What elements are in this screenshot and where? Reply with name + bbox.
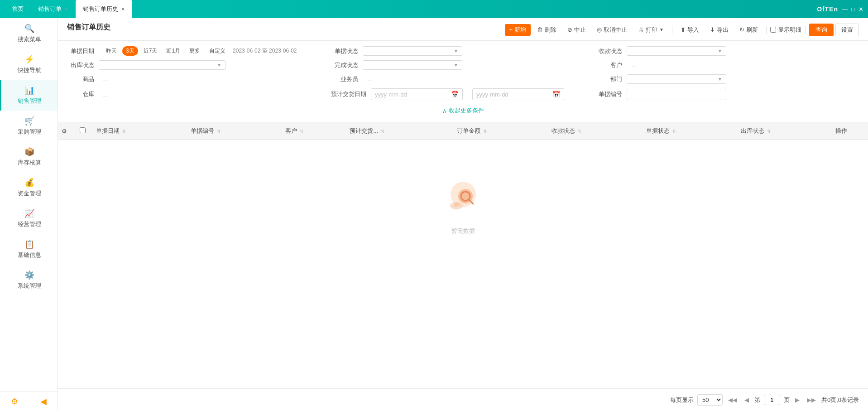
th-expected-date[interactable]: 预计交货... ⇅	[346, 122, 453, 140]
query-button[interactable]: 查询	[809, 24, 834, 36]
th-date[interactable]: 单据日期 ⇅	[92, 122, 187, 140]
expected-date-to-input[interactable]: 📅	[472, 88, 564, 100]
show-detail-checkbox[interactable]: 显示明细	[770, 26, 801, 34]
date-btn-1month[interactable]: 近1月	[163, 46, 184, 56]
print-button[interactable]: 🖨 打印 ▼	[633, 24, 668, 36]
order-no-input[interactable]	[627, 89, 726, 100]
tab-sales-order-history[interactable]: 销售订单历史 ✕	[76, 0, 132, 18]
import-button[interactable]: ⬆ 导入	[676, 24, 704, 36]
salesperson-dots[interactable]: ...	[366, 76, 371, 82]
customer-dots[interactable]: ...	[630, 62, 635, 68]
sidebar-item-system[interactable]: ⚙️ 系统管理	[0, 265, 58, 295]
basic-icon: 📋	[24, 239, 34, 249]
collapse-bar[interactable]: ∧ 收起更多条件	[67, 105, 859, 116]
status-select[interactable]: ▼	[363, 46, 462, 56]
toolbar-divider3	[805, 26, 806, 34]
delete-icon: 🗑	[537, 26, 543, 33]
sidebar-item-search-menu[interactable]: 🔍 搜索菜单	[0, 18, 58, 49]
th-customer[interactable]: 客户 ⇅	[282, 122, 346, 140]
table-area: ⚙ 单据日期 ⇅ 单据编号 ⇅ 客户 ⇅	[58, 122, 868, 388]
maximize-btn[interactable]: □	[851, 6, 855, 13]
tab-sales-order-history-close[interactable]: ✕	[121, 6, 125, 12]
next-page-button[interactable]: ▶	[793, 396, 801, 404]
expected-date-to-field[interactable]	[476, 91, 552, 98]
new-button[interactable]: + 新增	[505, 24, 531, 36]
sidebar-settings-icon[interactable]: ⚙	[11, 396, 18, 406]
payment-select[interactable]: ▼	[627, 46, 726, 56]
collapse-label: 收起更多条件	[449, 106, 484, 115]
empty-illustration	[441, 176, 486, 222]
th-expected-date-sort-icon: ⇅	[381, 129, 384, 134]
date-btn-custom[interactable]: 自定义	[206, 46, 229, 56]
tab-sales-order-history-label: 销售订单历史	[83, 5, 118, 13]
tab-sales-order-close[interactable]: ✕	[64, 6, 68, 12]
date-btn-yesterday[interactable]: 昨天	[102, 46, 120, 56]
filter-row-3: 商品 ... 业务员 ... 部门 ▼	[67, 74, 859, 84]
th-amount-label: 订单金额	[457, 127, 480, 134]
tab-sales-order[interactable]: 销售订单 ✕	[31, 0, 76, 18]
th-check[interactable]	[76, 122, 92, 140]
th-customer-sort-icon: ⇅	[300, 129, 303, 134]
content: 销售订单历史 + 新增 🗑 删除 ⊘ 中止 ◎	[58, 18, 868, 411]
sidebar-item-basic[interactable]: 📋 基础信息	[0, 234, 58, 265]
th-doc-status[interactable]: 单据状态 ⇅	[643, 122, 737, 140]
tab-home[interactable]: 首页	[5, 0, 31, 18]
sidebar-item-purchase[interactable]: 🛒 采购管理	[0, 111, 58, 141]
department-select[interactable]: ▼	[627, 74, 726, 84]
sidebar-bottom: ⚙ ◀	[0, 392, 58, 411]
warehouse-label: 仓库	[67, 90, 99, 98]
filter-group-department: 部门 ▼	[595, 74, 850, 84]
warehouse-dots[interactable]: ...	[102, 91, 107, 98]
prev-page-button[interactable]: ◀	[743, 396, 751, 404]
page-size-select[interactable]: 50 10 20 100	[697, 394, 723, 406]
th-no[interactable]: 单据编号 ⇅	[187, 122, 282, 140]
export-icon: ⬇	[710, 26, 715, 33]
minimize-btn[interactable]: —	[842, 6, 848, 13]
order-no-field[interactable]	[631, 91, 722, 98]
sidebar-item-finance[interactable]: 💰 资金管理	[0, 172, 58, 203]
stop-button[interactable]: ⊘ 中止	[563, 24, 590, 36]
export-button[interactable]: ⬇ 导出	[705, 24, 733, 36]
delete-button[interactable]: 🗑 删除	[532, 24, 561, 36]
show-detail-input[interactable]	[770, 27, 776, 33]
calendar-from-icon[interactable]: 📅	[451, 91, 459, 98]
filter-area: 单据日期 昨天 3天 近7天 近1月 更多 自定义 2023-06-02 至 2…	[58, 41, 868, 122]
settings-button[interactable]: 设置	[835, 24, 859, 36]
toolbar: + 新增 🗑 删除 ⊘ 中止 ◎ 取消中止	[505, 24, 859, 36]
th-no-sort-icon: ⇅	[217, 129, 221, 134]
expected-date-from-input[interactable]: 📅	[371, 88, 463, 100]
page-input[interactable]	[764, 395, 780, 405]
sidebar-item-finance-label: 资金管理	[18, 189, 41, 198]
last-page-button[interactable]: ▶▶	[805, 396, 818, 404]
complete-select[interactable]: ▼	[363, 60, 462, 70]
th-amount[interactable]: 订单金额 ⇅	[453, 122, 548, 140]
cancel-stop-button[interactable]: ◎ 取消中止	[592, 24, 632, 36]
th-settings[interactable]: ⚙	[58, 122, 76, 140]
select-all-checkbox[interactable]	[80, 127, 86, 133]
th-date-label: 单据日期	[96, 127, 120, 134]
close-btn[interactable]: ✕	[858, 6, 863, 13]
expected-date-from-field[interactable]	[375, 91, 451, 98]
refresh-button[interactable]: ↻ 刷新	[735, 24, 762, 36]
th-payment-status[interactable]: 收款状态 ⇅	[548, 122, 643, 140]
sidebar-item-sales[interactable]: 📊 销售管理	[0, 80, 58, 111]
toolbar-divider	[672, 26, 672, 34]
date-btn-3days[interactable]: 3天	[122, 46, 138, 56]
filter-row-1: 单据日期 昨天 3天 近7天 近1月 更多 自定义 2023-06-02 至 2…	[67, 46, 859, 56]
sidebar-item-operation[interactable]: 📈 经营管理	[0, 203, 58, 234]
filter-group-complete: 完成状态 ▼	[331, 60, 586, 70]
th-amount-sort-icon: ⇅	[483, 129, 487, 134]
sidebar-collapse-icon[interactable]: ◀	[40, 396, 47, 406]
delivery-select[interactable]: ▼	[99, 60, 225, 70]
product-dots[interactable]: ...	[102, 76, 107, 82]
date-label: 单据日期	[67, 47, 99, 55]
status-label: 单据状态	[331, 47, 363, 55]
calendar-to-icon[interactable]: 📅	[552, 91, 560, 98]
sidebar-item-quick-nav[interactable]: ⚡ 快捷导航	[0, 49, 58, 80]
sidebar-item-inventory[interactable]: 📦 库存核算	[0, 141, 58, 172]
first-page-button[interactable]: ◀◀	[726, 396, 739, 404]
date-btn-7days[interactable]: 近7天	[140, 46, 161, 56]
page-title: 销售订单历史	[67, 23, 110, 32]
th-delivery-status[interactable]: 出库状态 ⇅	[737, 122, 832, 140]
date-btn-more[interactable]: 更多	[186, 46, 204, 56]
